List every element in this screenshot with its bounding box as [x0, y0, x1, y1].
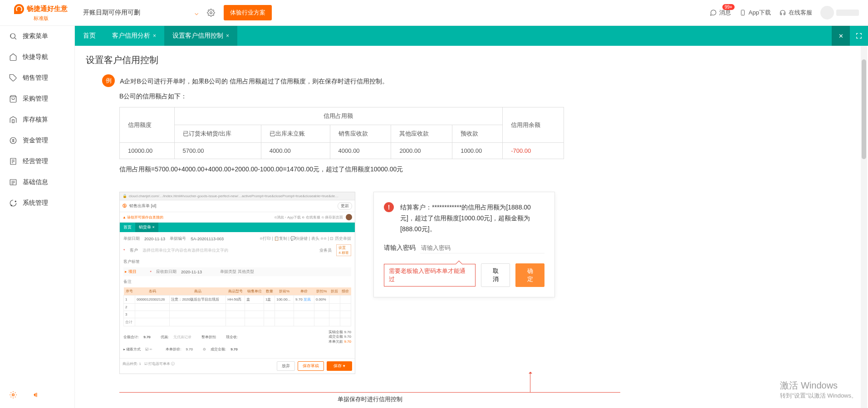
app-download-button[interactable]: App下载 — [739, 9, 771, 17]
cell: 2000.00 — [391, 143, 452, 159]
cell: 4000.00 — [261, 143, 330, 159]
th-sub: 已订货未销货/出库 — [174, 125, 261, 143]
sidebar-label: 销售管理 — [23, 74, 48, 82]
online-service-button[interactable]: 在线客服 — [779, 9, 812, 17]
cancel-button[interactable]: 取消 — [481, 263, 510, 287]
svg-rect-23 — [36, 393, 37, 397]
sidebar-item-purchase[interactable]: 采购管理 — [0, 88, 74, 109]
brand-logo-icon — [14, 4, 24, 14]
bag-icon — [9, 95, 17, 103]
sidebar-item-quicknav[interactable]: 快捷导航 — [0, 47, 74, 68]
collapse-sidebar-icon[interactable] — [31, 391, 39, 399]
embedded-screenshot: 🔒 cloud.chanjet.com/…/index.html#/vouche… — [119, 192, 355, 374]
mock-url-bar: 🔒 cloud.chanjet.com/…/index.html#/vouche… — [120, 192, 355, 200]
sidebar-item-system[interactable]: 系统管理 — [0, 193, 74, 214]
svg-rect-10 — [12, 120, 15, 123]
svg-point-0 — [210, 12, 212, 14]
th-usage: 信用占用额 — [174, 107, 503, 125]
tab-home[interactable]: 首页 — [75, 26, 104, 46]
home-icon — [9, 53, 17, 61]
bottom-gear-icon[interactable] — [9, 391, 17, 399]
messages-button[interactable]: 消息 99+ — [710, 9, 731, 17]
close-icon[interactable]: × — [226, 33, 229, 39]
confirm-button[interactable]: 确定 — [515, 263, 544, 287]
left-sidebar: 搜索菜单 快捷导航 销售管理 采购管理 库存核算 资金管理 经营管理 基础信息 — [0, 26, 75, 408]
close-icon[interactable]: × — [153, 33, 156, 39]
dialog-message: 结算客户：************的信用占用额为[1888.00元]，超过了信用… — [400, 202, 544, 234]
svg-rect-1 — [741, 10, 744, 15]
dialog-hint-note: 需要老板输入密码本单才能通过 — [384, 264, 476, 287]
scrollbar-thumb[interactable] — [862, 59, 866, 159]
example-text: A企对B公司进行开单时，如果B公司的 信用占用额超过了信用额度，则在保存时进行信… — [120, 78, 388, 85]
scrollbar-track[interactable] — [861, 46, 867, 408]
password-input[interactable] — [420, 243, 544, 253]
avatar-name-placeholder — [836, 10, 859, 16]
svg-point-20 — [15, 201, 16, 202]
avatar-icon — [820, 6, 834, 19]
online-service-label: 在线客服 — [789, 9, 812, 17]
sidebar-item-funds[interactable]: 资金管理 — [0, 130, 74, 151]
account-selector-label: 开账日期可停用可删 — [83, 9, 140, 17]
tab-label: 设置客户信用控制 — [172, 32, 223, 40]
example-subtitle: B公司的信用额占如下： — [119, 92, 638, 101]
report-icon — [9, 157, 17, 165]
sidebar-label: 采购管理 — [23, 95, 48, 103]
th-sub: 其他应收款 — [391, 125, 452, 143]
warehouse-icon — [9, 116, 17, 124]
annotation-caption: 单据保存时进行信用控制 — [102, 395, 638, 403]
phone-icon — [739, 9, 746, 16]
search-icon — [9, 32, 17, 40]
tab-customer-credit-analysis[interactable]: 客户信用分析 × — [104, 26, 164, 46]
sidebar-label: 快捷导航 — [23, 53, 48, 61]
th-sub: 销售应收款 — [330, 125, 391, 143]
credit-warning-dialog: ! 结算客户：************的信用占用额为[1888.00元]，超过了… — [373, 192, 555, 297]
sidebar-item-search[interactable]: 搜索菜单 — [0, 26, 74, 47]
credit-table: 信用额度 信用占用额 信用用余额 已订货未销货/出库 已出库未立账 销售应收款 … — [119, 107, 564, 159]
th-sub: 已出库未立账 — [261, 125, 330, 143]
cell-negative: -700.00 — [503, 143, 564, 159]
cycle-icon — [9, 199, 17, 207]
password-label: 请输入密码 — [384, 244, 416, 252]
chat-icon — [710, 9, 717, 16]
svg-point-21 — [11, 205, 12, 206]
sidebar-item-business[interactable]: 经营管理 — [0, 151, 74, 172]
fullscreen-button[interactable] — [850, 26, 868, 46]
sidebar-item-basedata[interactable]: 基础信息 — [0, 172, 74, 193]
settings-gear-icon[interactable] — [205, 6, 217, 19]
calculation-text: 信用占用额=5700.00+4000.00+4000.00+2000.00-10… — [119, 165, 638, 174]
sidebar-item-inventory[interactable]: 库存核算 — [0, 109, 74, 130]
close-all-tabs-button[interactable]: ✕ — [832, 26, 850, 46]
tab-label: 首页 — [83, 32, 96, 40]
brand-block: 畅捷通好生意 标准版 — [0, 4, 75, 22]
tag-icon — [9, 74, 17, 82]
money-icon — [9, 136, 17, 145]
table-row: 10000.00 5700.00 4000.00 4000.00 2000.00… — [120, 143, 564, 159]
sidebar-label: 经营管理 — [23, 157, 48, 165]
example-badge-icon: 例 — [102, 74, 115, 87]
sidebar-item-sales[interactable]: 销售管理 — [0, 68, 74, 88]
tab-credit-control-settings[interactable]: 设置客户信用控制 × — [164, 26, 237, 46]
content-area: 设置客户信用控制 例 A企对B公司进行开单时，如果B公司的 信用占用额超过了信用… — [75, 46, 868, 408]
annotation-line — [119, 392, 620, 393]
page-title: 设置客户信用控制 — [75, 46, 868, 71]
svg-point-3 — [10, 34, 15, 39]
sidebar-label: 基础信息 — [23, 178, 48, 186]
app-header: 畅捷通好生意 标准版 开账日期可停用可删 ⌵ 体验行业方案 消息 99+ App… — [0, 0, 868, 26]
svg-point-22 — [12, 394, 15, 396]
sidebar-label: 资金管理 — [23, 136, 48, 145]
svg-line-4 — [15, 38, 16, 39]
list-icon — [9, 178, 17, 186]
user-menu[interactable] — [820, 6, 859, 19]
tab-label: 客户信用分析 — [112, 32, 150, 40]
tab-strip: 首页 客户信用分析 × 设置客户信用控制 × ✕ — [75, 26, 868, 46]
experience-industry-button[interactable]: 体验行业方案 — [224, 5, 272, 20]
headset-icon — [779, 9, 786, 16]
account-selector[interactable]: 开账日期可停用可删 ⌵ — [83, 9, 198, 17]
alert-icon: ! — [384, 202, 394, 212]
messages-badge: 99+ — [722, 4, 735, 10]
cell: 5700.00 — [174, 143, 261, 159]
example-row: 例 A企对B公司进行开单时，如果B公司的 信用占用额超过了信用额度，则在保存时进… — [102, 75, 638, 88]
sidebar-label: 库存核算 — [23, 116, 48, 124]
th-balance: 信用用余额 — [503, 107, 564, 143]
sidebar-label: 系统管理 — [23, 199, 48, 207]
